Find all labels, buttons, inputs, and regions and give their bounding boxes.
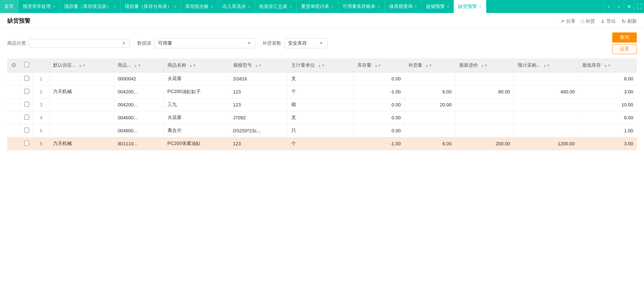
nav-tab-expiry[interactable]: 保质期查询 × [385,0,422,13]
cell-supplier-2 [49,98,114,111]
close-tab-picking[interactable]: × [53,4,55,9]
share-icon: ↗ [560,18,565,24]
nav-arrows: ‹ › ✕ ⛶ [604,0,644,13]
close-tab-shortage[interactable]: × [479,4,481,9]
nav-tab-batch[interactable]: 库存批次账 × [181,0,218,13]
close-tab-summary[interactable]: × [290,4,292,9]
cell-code-0: 0000042 [114,72,164,85]
close-tab-expiry[interactable]: × [415,4,417,9]
nav-tab-stock-dist[interactable]: 现存量（库存分布表） × [121,0,181,13]
close-tab-batch[interactable]: × [211,4,213,9]
sort-supplier-icon: ▲▼ [78,63,86,67]
close-tab-stock-dist[interactable]: × [174,4,176,9]
cell-minstock-4: 1.00 [579,124,637,137]
datasource-select[interactable]: 可用量 ▼ [154,38,255,48]
nav-tab-available[interactable]: 可用量库存账本 × [338,0,384,13]
nav-tab-requisition[interactable]: 要货单统计表 × [297,0,338,13]
cell-unit-0: 支 [288,72,354,85]
main-content: 缺货预警 ↗ 分享 □ 补货 ⇓ 导出 ↻ 刷新 商品分类 [0,13,644,287]
nav-tab-stock-status[interactable]: 现存量（库存状况表） × [60,0,120,13]
nav-tab-overstock[interactable]: 超储预警 × [422,0,454,13]
row-checkbox-2[interactable] [24,102,29,107]
cell-rownum-5: 6 [33,137,49,150]
cell-price-5: 200.00 [456,137,514,150]
close-tab-inout[interactable]: × [248,4,250,9]
column-gear: ⚙ [7,58,20,72]
column-unit[interactable]: 主计量单位 ▲▼ [288,58,354,72]
row-checkbox-4[interactable] [24,128,29,133]
nav-close-button[interactable]: ✕ [624,0,634,13]
close-tab-stock-status[interactable]: × [113,4,116,9]
sort-unit-icon: ▲▼ [318,63,325,67]
row-checkbox-0[interactable] [24,76,29,81]
cell-name-5: PC200张紧油缸 [164,137,229,150]
column-stock-qty[interactable]: 库存量 ▲▼ [354,58,405,72]
select-all-checkbox[interactable] [24,62,29,67]
nav-tab-inout[interactable]: 出入库流水 × [218,0,255,13]
cell-estimated-1: 480.00 [514,85,578,98]
column-estimated-purchase[interactable]: 预计采购... ▲▼ [514,58,578,72]
cell-supplier-0 [49,72,114,85]
cell-replenish-0 [405,72,456,85]
nav-tab-home[interactable]: 首页 [0,0,18,13]
datasource-label: 数据源 [137,40,151,47]
close-tab-available[interactable]: × [378,4,380,9]
table-header-row: ⚙ 默认供应... ▲▼ 商品... ▲▼ 商品名称 [7,58,637,72]
page-header: 缺货预警 ↗ 分享 □ 补货 ⇓ 导出 ↻ 刷新 [0,13,644,28]
cell-supplier-3 [49,111,114,124]
filter-actions: 查询 设置 [612,32,637,54]
column-min-stock[interactable]: 最低库存 ▲▼ [579,58,637,72]
cell-code-4: 004800... [114,124,164,137]
cell-replenish-3 [405,111,456,124]
cell-check-3 [20,111,33,124]
cell-minstock-1: 3.00 [579,85,637,98]
cell-replenish-1: 6.00 [405,85,456,98]
row-checkbox-1[interactable] [24,89,29,94]
row-checkbox-5[interactable] [24,141,29,146]
cell-minstock-3: 8.00 [579,111,637,124]
table-row: 2 力天机械 004200... PC200油缸缸子 123 个 -1.00 6… [7,85,637,98]
gear-icon[interactable]: ⚙ [11,62,17,69]
share-button[interactable]: ↗ 分享 [560,18,575,25]
column-product-code[interactable]: 商品... ▲▼ [114,58,164,72]
replenish-select[interactable]: 安全库存 ▼ [284,38,327,48]
cell-stock-4: 0.00 [354,124,405,137]
query-button[interactable]: 查询 [612,32,637,43]
column-latest-price[interactable]: 最新进价 ▲▼ [456,58,514,72]
cell-supplier-1: 力天机械 [49,85,114,98]
cell-check-2 [20,98,33,111]
cell-name-1: PC200油缸缸子 [164,85,229,98]
nav-tab-summary[interactable]: 收发存汇总表 × [255,0,296,13]
export-icon: ⇓ [601,18,605,24]
settings-button[interactable]: 设置 [612,44,637,54]
sort-replenish-icon: ▲▼ [425,63,432,67]
table-container: ⚙ 默认供应... ▲▼ 商品... ▲▼ 商品名称 [0,58,644,150]
cell-name-3: 火花塞 [164,111,229,124]
cell-code-2: 004200... [114,98,164,111]
nav-prev-button[interactable]: ‹ [604,0,614,13]
table-row: 1 0000042 火花塞 SS816 支 0.00 8.00 [7,72,637,85]
column-product-name[interactable]: 商品名称 ▲▼ [164,58,229,72]
nav-tab-shortage[interactable]: 缺货预警 × [454,0,486,13]
column-replenish-qty[interactable]: 补货量 ▲▼ [405,58,456,72]
export-button[interactable]: ⇓ 导出 [601,18,616,25]
cell-estimated-3 [514,111,578,124]
cell-stock-2: 0.00 [354,98,405,111]
column-spec[interactable]: 规格型号 ▲▼ [229,58,288,72]
nav-next-button[interactable]: › [614,0,624,13]
refresh-button[interactable]: ↻ 刷新 [622,18,637,25]
close-tab-overstock[interactable]: × [447,4,449,9]
cell-unit-5: 个 [288,137,354,150]
cell-supplier-5: 力天机械 [49,137,114,150]
column-default-supplier[interactable]: 默认供应... ▲▼ [49,58,114,72]
cell-minstock-5: 3.00 [579,137,637,150]
nav-tab-picking[interactable]: 拣货异常处理 × [18,0,60,13]
cell-gear-2 [7,98,20,111]
table-row: 6 力天机械 801110... PC200张紧油缸 123 个 -1.00 6… [7,137,637,150]
replenish-button[interactable]: □ 补货 [581,18,595,25]
nav-expand-button[interactable]: ⛶ [634,0,644,13]
cell-spec-2: 123 [229,98,288,111]
row-checkbox-3[interactable] [24,115,29,120]
category-select[interactable]: ▼ [29,39,130,48]
close-tab-requisition[interactable]: × [331,4,334,9]
